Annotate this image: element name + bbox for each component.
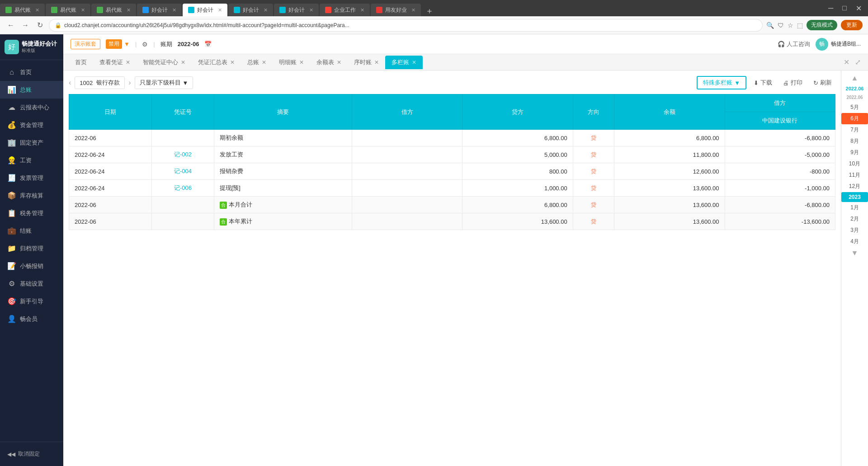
tab-detail-ledger-close[interactable]: ✕ bbox=[299, 59, 304, 66]
tab-general-ledger-close[interactable]: ✕ bbox=[262, 59, 266, 66]
tab-voucher-view-close[interactable]: ✕ bbox=[126, 59, 130, 66]
date-item-mar-2023[interactable]: 3月 bbox=[841, 225, 868, 236]
forward-button[interactable]: → bbox=[20, 21, 31, 29]
sidebar-item-assets[interactable]: 🏢 固定资产 bbox=[0, 134, 63, 151]
browser-tab-6[interactable]: 好会计 ✕ bbox=[228, 4, 273, 16]
sidebar-item-member[interactable]: 👤 畅会员 bbox=[0, 310, 63, 328]
search-icon[interactable]: 🔍 bbox=[766, 22, 774, 29]
sidebar-item-guide[interactable]: 🎯 新手引导 bbox=[0, 292, 63, 310]
tab-home[interactable]: 首页 bbox=[69, 56, 93, 69]
sidebar-item-funds[interactable]: 💰 资金管理 bbox=[0, 116, 63, 134]
date-item-july[interactable]: 7月 bbox=[841, 124, 868, 136]
tab-voucher-summary[interactable]: 凭证汇总表 ✕ bbox=[192, 56, 241, 69]
date-item-feb-2023[interactable]: 2月 bbox=[841, 213, 868, 225]
reload-button[interactable]: ↻ bbox=[34, 21, 45, 29]
tab-close-9[interactable]: ✕ bbox=[411, 7, 415, 13]
tab-balance[interactable]: 余额表 ✕ bbox=[310, 56, 348, 69]
address-bar[interactable]: 🔒 cloud2.chanjet.com/accounting/uh26t264… bbox=[49, 19, 763, 32]
filter-select[interactable]: 只显示下级科目 ▼ bbox=[135, 76, 193, 89]
close-button[interactable]: ✕ bbox=[853, 3, 864, 14]
tab-general-ledger[interactable]: 总账 ✕ bbox=[241, 56, 273, 69]
date-item-december[interactable]: 12月 bbox=[841, 181, 868, 192]
incognito-button[interactable]: 无痕模式 bbox=[807, 20, 837, 30]
sidebar-item-closing[interactable]: 💼 结账 bbox=[0, 222, 63, 240]
sidebar-item-invoice[interactable]: 🧾 发票管理 bbox=[0, 169, 63, 187]
browser-tab-8[interactable]: 企业工作 ✕ bbox=[320, 4, 370, 16]
date-item-apr-2023[interactable]: 4月 bbox=[841, 236, 868, 247]
browser-tab-5[interactable]: 好会计 ✕ bbox=[183, 4, 227, 16]
tab-close-1[interactable]: ✕ bbox=[35, 7, 39, 13]
voucher-link[interactable]: 记-006 bbox=[174, 184, 192, 191]
tab-smart-voucher-close[interactable]: ✕ bbox=[181, 59, 185, 66]
voucher-link[interactable]: 记-002 bbox=[174, 151, 192, 158]
cell-voucher[interactable]: 记-002 bbox=[152, 146, 214, 163]
browser-tab-2[interactable]: 易代账 ✕ bbox=[46, 4, 90, 16]
date-item-october[interactable]: 10月 bbox=[841, 158, 868, 169]
tab-close-7[interactable]: ✕ bbox=[309, 7, 313, 13]
shield-icon[interactable]: 🛡 bbox=[778, 22, 784, 29]
tab-close-6[interactable]: ✕ bbox=[264, 7, 268, 13]
date-scroll-down[interactable]: ▼ bbox=[849, 247, 860, 259]
browser-tab-3[interactable]: 易代账 ✕ bbox=[91, 4, 136, 16]
tab-balance-close[interactable]: ✕ bbox=[337, 59, 341, 66]
topbar-settings-icon[interactable]: ⚙ bbox=[142, 41, 148, 48]
unpin-button[interactable]: ◀◀ 取消固定 bbox=[0, 447, 63, 461]
sidebar-item-home[interactable]: ⌂ 首页 bbox=[0, 64, 63, 81]
maximize-button[interactable]: □ bbox=[840, 3, 849, 13]
sidebar-item-expense[interactable]: 📝 小畅报销 bbox=[0, 257, 63, 275]
sidebar-item-archive[interactable]: 📁 归档管理 bbox=[0, 240, 63, 257]
cell-voucher[interactable]: 记-006 bbox=[152, 180, 214, 197]
browser-tab-9[interactable]: 用友好业 ✕ bbox=[371, 4, 421, 16]
print-button[interactable]: 🖨 打印 bbox=[779, 77, 806, 89]
multi-col-button[interactable]: 特殊多栏账 ▼ bbox=[697, 76, 746, 89]
tab-close-4[interactable]: ✕ bbox=[172, 7, 176, 13]
sidebar-item-inventory[interactable]: 📦 库存核算 bbox=[0, 187, 63, 204]
tab-close-5[interactable]: ✕ bbox=[218, 7, 222, 13]
cell-voucher[interactable]: 记-004 bbox=[152, 163, 214, 180]
account-selector[interactable]: 1002 银行存款 bbox=[75, 76, 125, 89]
download-button[interactable]: ⬇ 下载 bbox=[750, 77, 776, 89]
sidebar-item-settings[interactable]: ⚙ 基础设置 bbox=[0, 275, 63, 292]
date-item-2023[interactable]: 2023 bbox=[841, 192, 868, 202]
date-item-june[interactable]: 6月 bbox=[841, 113, 868, 124]
tab-close-all-icon[interactable]: ✕ bbox=[842, 57, 851, 67]
back-button[interactable]: ← bbox=[5, 21, 16, 29]
consult-button[interactable]: 🎧 人工咨询 bbox=[778, 40, 810, 48]
account-next-button[interactable]: › bbox=[128, 79, 131, 87]
badge-dropdown[interactable]: ▼ bbox=[124, 41, 130, 47]
tab-detail-ledger[interactable]: 明细账 ✕ bbox=[273, 56, 310, 69]
sidebar-item-ledger[interactable]: 📊 总账 bbox=[0, 81, 63, 99]
tab-sequence-close[interactable]: ✕ bbox=[374, 59, 379, 66]
update-button[interactable]: 更新 bbox=[841, 20, 863, 30]
sidebar-item-salary[interactable]: 👷 工资 bbox=[0, 151, 63, 169]
tab-sequence[interactable]: 序时账 ✕ bbox=[348, 56, 385, 69]
tab-voucher-view[interactable]: 查看凭证 ✕ bbox=[93, 56, 137, 69]
account-prev-button[interactable]: ‹ bbox=[69, 79, 71, 87]
date-scroll-up[interactable]: ▲ bbox=[849, 72, 860, 84]
voucher-link[interactable]: 记-004 bbox=[174, 168, 192, 174]
tab-close-8[interactable]: ✕ bbox=[360, 7, 364, 13]
calendar-icon[interactable]: 📅 bbox=[204, 41, 212, 47]
date-item-jan-2023[interactable]: 1月 bbox=[841, 202, 868, 213]
sidebar-item-tax[interactable]: 📋 税务管理 bbox=[0, 204, 63, 222]
extensions-icon[interactable]: ⬚ bbox=[797, 22, 803, 29]
browser-tab-4[interactable]: 好会计 ✕ bbox=[137, 4, 182, 16]
tab-multi-column-close[interactable]: ✕ bbox=[412, 59, 416, 66]
tab-voucher-summary-close[interactable]: ✕ bbox=[230, 59, 235, 66]
star-icon[interactable]: ☆ bbox=[788, 22, 793, 29]
minimize-button[interactable]: ─ bbox=[826, 3, 836, 13]
date-item-september[interactable]: 9月 bbox=[841, 147, 868, 158]
date-item-november[interactable]: 11月 bbox=[841, 169, 868, 181]
refresh-button[interactable]: ↻ 刷新 bbox=[810, 77, 835, 89]
date-item-august[interactable]: 8月 bbox=[841, 136, 868, 147]
sidebar-item-cloud[interactable]: ☁ 云报表中心 bbox=[0, 99, 63, 116]
new-tab-button[interactable]: ＋ bbox=[422, 5, 437, 16]
tab-smart-voucher[interactable]: 智能凭证中心 ✕ bbox=[137, 56, 192, 69]
tab-multi-column[interactable]: 多栏账 ✕ bbox=[385, 56, 423, 69]
browser-tab-1[interactable]: 易代账 ✕ bbox=[0, 4, 45, 16]
tab-close-3[interactable]: ✕ bbox=[127, 7, 131, 13]
date-item-may[interactable]: 5月 bbox=[841, 102, 868, 113]
tab-close-2[interactable]: ✕ bbox=[81, 7, 85, 13]
tab-expand-icon[interactable]: ⤢ bbox=[853, 57, 863, 67]
browser-tab-7[interactable]: 好会计 ✕ bbox=[274, 4, 319, 16]
